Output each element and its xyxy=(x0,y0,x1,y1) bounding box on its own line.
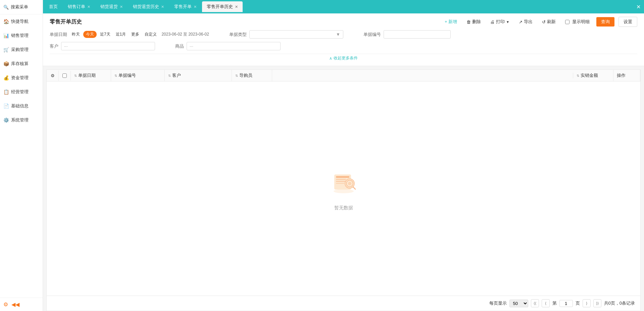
prev-page-btn[interactable]: ⟨ xyxy=(542,299,550,307)
sidebar-item-ops-mgmt[interactable]: 📋经营管理 xyxy=(0,85,43,99)
collapse-button[interactable]: ∧ 收起更多条件 xyxy=(329,55,358,61)
export-button[interactable]: ↗ 导出 xyxy=(516,17,535,26)
next-page-btn[interactable]: ⟩ xyxy=(583,299,591,307)
collapse-sidebar-icon[interactable]: ◀◀ xyxy=(11,301,19,308)
add-button[interactable]: + 新增 xyxy=(442,17,460,26)
sidebar-item-sales-mgmt[interactable]: 📊销售管理 xyxy=(0,29,43,43)
customer-filter-group: 客户 ··· xyxy=(50,42,155,50)
date-btn-4[interactable]: 更多 xyxy=(129,31,141,38)
query-button[interactable]: 查询 xyxy=(596,17,614,27)
sidebar-search[interactable]: 🔍 搜索采单 xyxy=(0,0,43,14)
tab-home[interactable]: 首页 xyxy=(44,1,62,12)
sort-customer-icon[interactable]: ⇅ xyxy=(168,74,171,77)
tab-label-retail-open: 零售开单 xyxy=(174,4,192,10)
customer-label: 客户 xyxy=(50,43,58,49)
main-area: 首页销售订单✕销货退货✕销货退货历史✕零售开单✕零售开单历史✕ ✕ 零售开单历史… xyxy=(43,0,644,311)
settings-button[interactable]: 设置 xyxy=(618,17,637,27)
goods-select[interactable]: ··· xyxy=(187,42,281,50)
per-page-select[interactable]: 50 100 200 xyxy=(509,300,528,307)
doc-num-filter-group: 单据编号 xyxy=(363,30,451,39)
sidebar-icon-base-info: 📄 xyxy=(3,103,9,109)
svg-rect-2 xyxy=(336,176,349,178)
date-btn-3[interactable]: 近1月 xyxy=(114,31,128,38)
tab-label-sales-return-history: 销货退货历史 xyxy=(133,4,159,10)
th-num: ⇅ 单据编号 xyxy=(111,70,165,81)
date-quick-btns: 昨天今天近7天近1月更多自定义 xyxy=(70,31,159,38)
page-num-input[interactable] xyxy=(559,300,573,307)
date-btn-1[interactable]: 今天 xyxy=(83,31,97,38)
sidebar-label-ops-mgmt: 经营管理 xyxy=(11,89,29,95)
sidebar-item-quick-nav[interactable]: 🏠快捷导航 xyxy=(0,14,43,29)
doc-type-label: 单据类型 xyxy=(229,32,247,38)
date-range-display: 2023-06-02 至 2023-06-02 xyxy=(161,32,209,37)
display-detail-checkbox[interactable]: 显示明细 xyxy=(562,17,592,26)
empty-state: 暂无数据 xyxy=(47,82,640,296)
doc-num-input[interactable] xyxy=(384,30,451,39)
search-icon: 🔍 xyxy=(3,5,9,10)
sidebar-item-purchase-mgmt[interactable]: 🛒采购管理 xyxy=(0,43,43,57)
page-unit: 页 xyxy=(576,300,580,306)
sort-date-icon[interactable]: ⇅ xyxy=(74,74,77,77)
delete-button[interactable]: 🗑 删除 xyxy=(464,17,484,26)
sidebar-icon-quick-nav: 🏠 xyxy=(3,19,9,24)
tab-close-sales-return[interactable]: ✕ xyxy=(120,5,123,9)
sidebar-item-sys-mgmt[interactable]: ⚙️系统管理 xyxy=(0,113,43,127)
sidebar-icon-sales-mgmt: 📊 xyxy=(3,33,9,38)
th-action-label: 操作 xyxy=(617,72,626,79)
page-label: 第 xyxy=(552,300,557,306)
th-checkbox[interactable] xyxy=(59,71,71,81)
tab-retail-open-history[interactable]: 零售开单历史✕ xyxy=(202,1,243,12)
tab-label-home: 首页 xyxy=(49,4,58,10)
doc-type-select[interactable]: ▼ xyxy=(249,30,343,39)
tab-close-sales-order[interactable]: ✕ xyxy=(87,5,90,9)
last-page-btn[interactable]: ⟩⟩ xyxy=(593,299,601,307)
sidebar-item-inventory[interactable]: 📦库存核算 xyxy=(0,57,43,71)
sidebar: 🔍 搜索采单 🏠快捷导航📊销售管理🛒采购管理📦库存核算💰资金管理📋经营管理📄基础… xyxy=(0,0,43,311)
tab-close-sales-return-history[interactable]: ✕ xyxy=(161,5,164,9)
tab-retail-open[interactable]: 零售开单✕ xyxy=(169,1,201,12)
date-filter-label: 单据日期 xyxy=(50,32,67,38)
tab-label-sales-order: 销售订单 xyxy=(68,4,85,10)
tab-close-retail-open-history[interactable]: ✕ xyxy=(235,5,238,9)
tab-bar: 首页销售订单✕销货退货✕销货退货历史✕零售开单✕零售开单历史✕ ✕ xyxy=(43,0,644,13)
th-customer: ⇅ 客户 xyxy=(165,70,232,81)
doc-num-label: 单据编号 xyxy=(363,32,381,38)
date-btn-2[interactable]: 近7天 xyxy=(98,31,112,38)
select-all-checkbox[interactable] xyxy=(62,73,67,78)
content-area: 零售开单历史 + 新增 🗑 删除 🖨 打印 ▼ ↗ 导出 xyxy=(43,13,644,311)
settings-bottom-icon[interactable]: ⚙ xyxy=(3,301,8,308)
sidebar-icon-inventory: 📦 xyxy=(3,61,9,66)
svg-rect-5 xyxy=(336,183,344,184)
first-page-btn[interactable]: ⟨⟨ xyxy=(531,299,539,307)
th-date: ⇅ 单据日期 xyxy=(71,70,111,81)
doc-type-dropdown-icon: ▼ xyxy=(336,32,340,37)
tab-sales-order[interactable]: 销售订单✕ xyxy=(63,1,95,12)
date-btn-0[interactable]: 昨天 xyxy=(70,31,82,38)
display-detail-check[interactable] xyxy=(565,20,569,24)
sidebar-label-finance: 资金管理 xyxy=(11,75,29,81)
sort-guide-icon[interactable]: ⇅ xyxy=(235,74,238,77)
table-header: ⚙ ⇅ 单据日期 ⇅ 单据编号 ⇅ 客户 ⇅ xyxy=(47,70,640,82)
tab-sales-return-history[interactable]: 销货退货历史✕ xyxy=(128,1,169,12)
sidebar-label-sales-mgmt: 销售管理 xyxy=(11,33,29,39)
sidebar-item-finance[interactable]: 💰资金管理 xyxy=(0,71,43,85)
sidebar-search-label: 搜索采单 xyxy=(11,4,28,10)
th-guide: ⇅ 导购员 xyxy=(232,70,272,81)
close-all-tabs-icon[interactable]: ✕ xyxy=(636,4,641,10)
sidebar-label-inventory: 库存核算 xyxy=(11,61,29,67)
date-btn-5[interactable]: 自定义 xyxy=(143,31,159,38)
sort-amount-icon[interactable]: ⇅ xyxy=(577,74,579,77)
svg-point-0 xyxy=(334,189,354,193)
sidebar-icon-finance: 💰 xyxy=(3,75,9,81)
th-amount-label: 实销金额 xyxy=(581,72,598,79)
refresh-button[interactable]: ↺ 刷新 xyxy=(539,17,558,26)
svg-rect-3 xyxy=(336,179,346,180)
tab-close-retail-open[interactable]: ✕ xyxy=(194,5,197,9)
sort-num-icon[interactable]: ⇅ xyxy=(114,74,117,77)
th-settings[interactable]: ⚙ xyxy=(47,70,59,81)
sidebar-item-base-info[interactable]: 📄基础信息 xyxy=(0,99,43,113)
print-button[interactable]: 🖨 打印 ▼ xyxy=(488,17,512,26)
tab-sales-return[interactable]: 销货退货✕ xyxy=(96,1,128,12)
customer-select[interactable]: ··· xyxy=(61,42,155,50)
settings-col-icon: ⚙ xyxy=(51,73,55,78)
